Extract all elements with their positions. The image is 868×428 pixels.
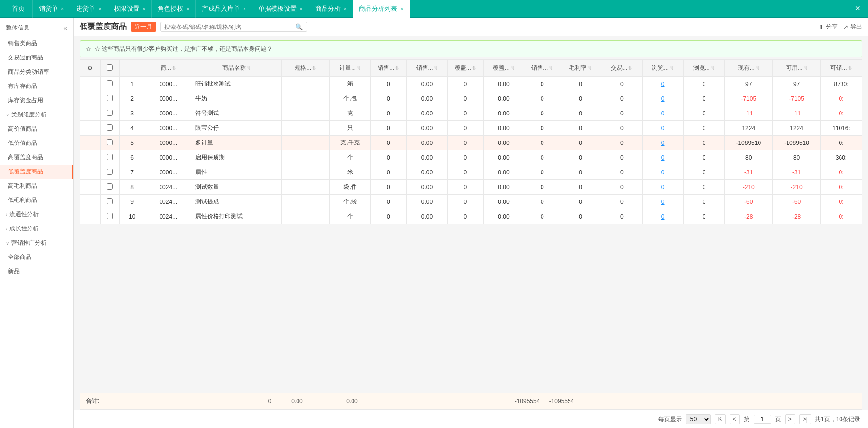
row-browse1[interactable]: 0 <box>642 77 683 91</box>
sidebar-item-low-value[interactable]: 低价值商品 <box>0 136 73 150</box>
share-button[interactable]: ⬆ 分享 <box>819 23 838 31</box>
row-browse1[interactable]: 0 <box>642 180 683 195</box>
row-browse1[interactable]: 0 <box>642 121 683 136</box>
nav-tab-home[interactable]: 首页 <box>4 0 33 18</box>
sidebar-item-sales-goods[interactable]: 销售类商品 <box>0 36 73 51</box>
row-checkbox[interactable] <box>107 198 113 204</box>
close-analysis-list-tab[interactable]: × <box>400 0 403 18</box>
sidebar-item-all-goods[interactable]: 全部商品 <box>0 250 73 264</box>
sidebar-group-growth[interactable]: › 成长性分析 <box>0 222 73 236</box>
sidebar-item-high-coverage[interactable]: 高覆盖度商品 <box>0 150 73 165</box>
col-spec-header[interactable]: 规格...⇅ <box>281 60 329 77</box>
sidebar-item-traded-goods[interactable]: 交易过的商品 <box>0 51 73 65</box>
row-checkbox-cell[interactable] <box>100 165 119 180</box>
table-wrapper[interactable]: ⚙ 商...⇅ 商品名称⇅ 规格...⇅ 计量...⇅ 销售...⇅ 销售...… <box>74 59 868 392</box>
row-checkbox-cell[interactable] <box>100 121 119 136</box>
sidebar-item-high-margin[interactable]: 高毛利商品 <box>0 179 73 193</box>
col-cover-count-header[interactable]: 覆盖...⇅ <box>447 60 483 77</box>
select-all-checkbox[interactable] <box>107 64 113 71</box>
col-margin-header[interactable]: 毛利率⇅ <box>560 60 601 77</box>
col-browse2-header[interactable]: 浏览...⇅ <box>683 60 725 77</box>
row-browse1[interactable]: 0 <box>642 91 683 106</box>
row-checkbox[interactable] <box>107 139 113 145</box>
sidebar-group-flow[interactable]: › 流通性分析 <box>0 207 73 222</box>
close-analysis-tab[interactable]: × <box>344 0 347 18</box>
sidebar-item-low-coverage[interactable]: 低覆盖度商品 <box>0 165 73 179</box>
search-input[interactable] <box>164 24 293 30</box>
page-number-input[interactable] <box>754 415 771 424</box>
sidebar-item-low-margin[interactable]: 低毛利商品 <box>0 193 73 207</box>
row-checkbox-cell[interactable] <box>100 136 119 150</box>
window-close-button[interactable]: × <box>851 3 864 14</box>
close-product-entry-tab[interactable]: × <box>243 0 246 18</box>
last-page-button[interactable]: >| <box>799 414 811 424</box>
nav-tab-analysis-list[interactable]: 商品分析列表 × <box>353 0 409 18</box>
col-cover-rate-header[interactable]: 覆盖...⇅ <box>483 60 524 77</box>
nav-tab-purchase[interactable]: 进货单 × <box>70 0 108 18</box>
row-checkbox[interactable] <box>107 110 113 116</box>
search-icon[interactable]: 🔍 <box>295 23 303 30</box>
close-permissions-tab[interactable]: × <box>142 0 145 18</box>
row-checkbox-cell[interactable] <box>100 195 119 209</box>
close-purchase-tab[interactable]: × <box>98 0 101 18</box>
col-settings-header[interactable]: ⚙ <box>80 60 101 77</box>
col-sales-amt-header[interactable]: 销售...⇅ <box>407 60 448 77</box>
row-checkbox[interactable] <box>107 124 113 131</box>
col-sales-qty-header[interactable]: 销售...⇅ <box>371 60 407 77</box>
row-browse2: 0 <box>683 195 725 209</box>
next-page-button[interactable]: > <box>785 414 795 424</box>
col-check-header[interactable] <box>100 60 119 77</box>
sidebar-item-stock-capital[interactable]: 库存资金占用 <box>0 93 73 108</box>
prev-page-button[interactable]: < <box>730 414 740 424</box>
sidebar-collapse-button[interactable]: « <box>63 24 67 32</box>
row-browse1[interactable]: 0 <box>642 195 683 209</box>
row-checkbox-cell[interactable] <box>100 91 119 106</box>
row-checkbox[interactable] <box>107 95 113 101</box>
sidebar-item-new-goods[interactable]: 新品 <box>0 264 73 279</box>
row-browse1[interactable]: 0 <box>642 150 683 165</box>
nav-tab-sales[interactable]: 销货单 × <box>33 0 70 18</box>
row-checkbox-cell[interactable] <box>100 180 119 195</box>
nav-tab-roles[interactable]: 角色授权 × <box>152 0 195 18</box>
sidebar-item-with-stock[interactable]: 有库存商品 <box>0 79 73 93</box>
col-sales-days-header[interactable]: 销售...⇅ <box>524 60 560 77</box>
col-code-header[interactable]: 商...⇅ <box>144 60 192 77</box>
col-browse1-header[interactable]: 浏览...⇅ <box>642 60 683 77</box>
col-current-header[interactable]: 现有...⇅ <box>725 60 773 77</box>
sidebar-group-category[interactable]: ∨ 类别维度分析 <box>0 108 73 122</box>
row-checkbox[interactable] <box>107 169 113 175</box>
export-button[interactable]: ↗ 导出 <box>843 23 862 31</box>
sidebar-group-marketing[interactable]: ∨ 营销推广分析 <box>0 236 73 250</box>
close-roles-tab[interactable]: × <box>186 0 189 18</box>
nav-tab-permissions[interactable]: 权限设置 × <box>108 0 152 18</box>
col-tx-header[interactable]: 交易...⇅ <box>601 60 642 77</box>
row-browse1[interactable]: 0 <box>642 165 683 180</box>
first-page-button[interactable]: K <box>715 414 726 424</box>
date-range-button[interactable]: 近一月 <box>131 22 156 32</box>
row-checkbox-cell[interactable] <box>100 77 119 91</box>
row-checkbox-cell[interactable] <box>100 209 119 224</box>
page-size-select[interactable]: 50 100 200 <box>686 414 711 424</box>
row-checkbox-cell[interactable] <box>100 106 119 121</box>
row-browse1[interactable]: 0 <box>642 136 683 150</box>
nav-tab-product-entry[interactable]: 产成品入库单 × <box>196 0 252 18</box>
row-checkbox[interactable] <box>107 80 113 86</box>
row-browse1[interactable]: 0 <box>642 209 683 224</box>
row-checkbox[interactable] <box>107 183 113 190</box>
nav-tab-analysis[interactable]: 商品分析 × <box>309 0 353 18</box>
close-sales-tab[interactable]: × <box>61 0 64 18</box>
sidebar-item-sales-rate[interactable]: 商品分类动销率 <box>0 65 73 79</box>
row-checkbox[interactable] <box>107 213 113 219</box>
col-name-header[interactable]: 商品名称⇅ <box>192 60 282 77</box>
row-browse1[interactable]: 0 <box>642 106 683 121</box>
row-checkbox-cell[interactable] <box>100 150 119 165</box>
col-avail-header[interactable]: 可用...⇅ <box>773 60 821 77</box>
col-saleable-header[interactable]: 可销...⇅ <box>821 60 862 77</box>
sidebar-item-high-value[interactable]: 高价值商品 <box>0 122 73 136</box>
row-margin-rate: 0 <box>560 77 601 91</box>
col-unit-header[interactable]: 计量...⇅ <box>329 60 371 77</box>
nav-tab-template[interactable]: 单据模板设置 × <box>252 0 309 18</box>
row-checkbox[interactable] <box>107 154 113 160</box>
close-template-tab[interactable]: × <box>299 0 302 18</box>
row-sales-amt: 0.00 <box>407 150 448 165</box>
